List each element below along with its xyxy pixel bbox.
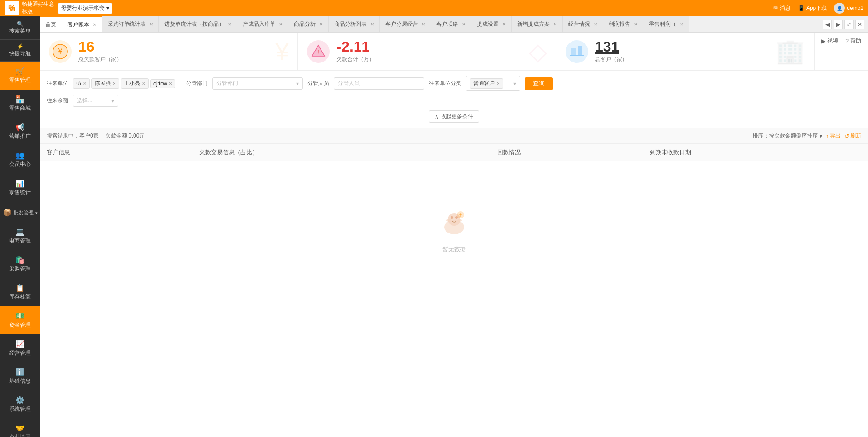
balance-selector[interactable]: 选择... ▾ (73, 95, 118, 107)
basic-info-icon: ℹ️ (15, 368, 24, 376)
tab-close-customer-account[interactable]: ✕ (93, 22, 96, 27)
unit-filter-more[interactable]: ... (177, 81, 182, 87)
department-selector[interactable]: 分管部门 ... ▾ (212, 77, 303, 90)
help-btn[interactable]: ? 帮助 (845, 37, 861, 45)
credit-amount-value-area: -2.11 欠款合计（万） (336, 39, 374, 63)
unit-tag-chenminqiang-close[interactable]: ✕ (112, 81, 116, 86)
tab-goods-analysis[interactable]: 商品分析 ✕ (288, 16, 329, 33)
sidebar-item-retail-mall[interactable]: 🏪 零售商城 (0, 90, 40, 118)
sort-selector[interactable]: 排序：按欠款金额倒序排序 ▾ (753, 132, 822, 140)
tab-close-new-promotion[interactable]: ✕ (553, 22, 557, 27)
tab-goods-analysis-list[interactable]: 商品分析列表 ✕ (329, 16, 380, 33)
app-download-btn[interactable]: 📱 App下载 (798, 5, 827, 12)
unit-tag-wangxiaoliang-close[interactable]: ✕ (142, 81, 145, 86)
quick-nav-icon: ⚡ (0, 43, 40, 50)
avatar: 👤 (834, 3, 845, 14)
sidebar-item-basic-info[interactable]: ℹ️ 基础信息 (0, 362, 40, 390)
sidebar-item-retail-mgmt[interactable]: 🛒 零售管理 (0, 62, 40, 90)
tab-close-product-inbound[interactable]: ✕ (279, 22, 283, 27)
tab-close-profit-report[interactable]: ✕ (634, 22, 638, 27)
svg-rect-6 (578, 46, 582, 55)
sidebar-item-system-mgmt[interactable]: ⚙️ 系统管理 (0, 390, 40, 418)
svg-point-12 (446, 219, 451, 222)
unit-type-selector[interactable]: 普通客户 ✕ ▾ (466, 76, 520, 91)
sidebar-item-enterprise-coop[interactable]: 🤝 企业协同 (0, 418, 40, 437)
tab-close-customer-contact[interactable]: ✕ (462, 22, 465, 27)
refresh-btn[interactable]: ↺ 刷新 (844, 132, 861, 140)
person-expand-icon: ... (416, 81, 420, 87)
person-placeholder: 分管人员 (338, 80, 360, 87)
tab-close-purchase[interactable]: ✕ (149, 22, 153, 27)
empty-state-row: 暂无数据 (40, 162, 868, 294)
tab-maximize-btn[interactable]: ⤢ (844, 20, 854, 29)
unit-tag-cjttcw-close[interactable]: ✕ (168, 81, 172, 86)
video-btn[interactable]: ▶ 视频 (821, 37, 838, 45)
collapse-row: ∧ 收起更多条件 (47, 110, 861, 123)
sidebar-item-inventory[interactable]: 📋 库存核算 (0, 278, 40, 306)
stat-block-credit-customers: ¥ 16 总欠款客户（家） ¥ (40, 33, 298, 70)
sidebar-item-ecommerce-mgmt[interactable]: 💻 电商管理 (0, 222, 40, 250)
result-bar: 搜索结果中，客户0家 欠款金额 0.00元 排序：按欠款金额倒序排序 ▾ ↑ 导… (40, 128, 868, 144)
query-btn[interactable]: 查询 (525, 77, 553, 90)
unit-tag-wu-close[interactable]: ✕ (83, 81, 86, 86)
sidebar-item-quick-nav[interactable]: ⚡ 快捷导航 (0, 40, 40, 62)
export-btn[interactable]: ↑ 导出 (826, 132, 841, 140)
tab-product-inbound[interactable]: 产成品入库单 ✕ (237, 16, 288, 33)
tab-close-goods-analysis[interactable]: ✕ (319, 22, 323, 27)
result-bar-right: 排序：按欠款金额倒序排序 ▾ ↑ 导出 ↺ 刷新 (753, 132, 861, 140)
tab-purchase-order-stats[interactable]: 采购订单统计表 ✕ (102, 16, 159, 33)
message-btn[interactable]: ✉ 消息 (773, 5, 791, 12)
collapse-btn[interactable]: ∧ 收起更多条件 (429, 110, 479, 123)
svg-text:!: ! (318, 49, 319, 56)
purchase-order-stats-label: 采购订单统计表 (108, 20, 146, 28)
tab-promotion-settings[interactable]: 提成设置 ✕ (471, 16, 512, 33)
credit-customers-svg: ¥ (52, 43, 68, 60)
tab-close-customer-segment[interactable]: ✕ (422, 22, 425, 27)
sidebar-item-search[interactable]: 🔍 搜索菜单 (0, 16, 40, 40)
user-avatar-btn[interactable]: 👤 demo2 (834, 3, 863, 14)
tab-customer-contact[interactable]: 客户联络 ✕ (431, 16, 471, 33)
tab-prev-btn[interactable]: ◀ (823, 20, 832, 29)
tab-close-goods-analysis-list[interactable]: ✕ (370, 22, 374, 27)
workspace-selector[interactable]: 母婴行业演示帐套 ▾ (58, 3, 112, 14)
sidebar-item-purchase-mgmt[interactable]: 🛍️ 采购管理 (0, 250, 40, 278)
logo-area: 畅 畅捷通好生意 标版 (5, 1, 54, 15)
tab-controls: ◀ ▶ ⤢ ✕ (819, 20, 868, 29)
sidebar-item-finance-mgmt[interactable]: 💵 资金管理 (0, 306, 40, 334)
empty-state-label: 暂无数据 (442, 245, 466, 253)
tab-home[interactable]: 首页 (40, 16, 62, 33)
credit-customers-icon-circle: ¥ (49, 40, 72, 63)
tab-next-btn[interactable]: ▶ (834, 20, 843, 29)
help-icon: ? (845, 38, 849, 44)
tab-retail-profit[interactable]: 零售利润（ ✕ (643, 16, 689, 33)
tab-inbound-stats[interactable]: 进货单统计表（按商品） ✕ (159, 16, 237, 33)
person-selector[interactable]: 分管人员 ... (334, 77, 424, 90)
unit-tag-wangxiaoliang: 王小亮 ✕ (121, 78, 149, 89)
unit-type-filter-label: 往来单位分类 (429, 80, 461, 87)
total-customers-label: 总客户（家） (595, 56, 628, 63)
marketing-icon: 📢 (15, 123, 24, 132)
empty-state-icon (436, 202, 472, 240)
sidebar-item-wholesale-mgmt[interactable]: 📦 批发管理 ▾ (0, 204, 40, 222)
sidebar-item-retail-stats[interactable]: 📊 零售统计 (0, 174, 40, 202)
tab-customer-account[interactable]: 客户账本 ✕ (62, 16, 102, 33)
department-expand-icon: ... (290, 81, 294, 87)
tab-new-promotion[interactable]: 新增提成方案 ✕ (512, 16, 563, 33)
tab-profit-report[interactable]: 利润报告 ✕ (603, 16, 643, 33)
tab-close-operation-status[interactable]: ✕ (594, 22, 597, 27)
operations-mgmt-icon: 📈 (15, 340, 24, 348)
customer-account-tab-label: 客户账本 (67, 21, 89, 28)
sidebar-item-operations-mgmt[interactable]: 📈 经营管理 (0, 334, 40, 362)
sidebar-item-marketing[interactable]: 📢 营销推广 (0, 118, 40, 146)
credit-amount-label: 欠款合计（万） (336, 56, 374, 63)
sidebar-item-member-center[interactable]: 👥 会员中心 (0, 146, 40, 174)
tab-customer-segment[interactable]: 客户分层经营 ✕ (380, 16, 431, 33)
unit-type-tag-normal-close[interactable]: ✕ (496, 81, 500, 86)
person-selector-icons: ... (416, 81, 420, 87)
tab-close-inbound[interactable]: ✕ (228, 22, 231, 27)
tab-close-all-btn[interactable]: ✕ (855, 20, 864, 29)
department-filter-label: 分管部门 (186, 80, 208, 87)
tab-close-promotion-settings[interactable]: ✕ (502, 22, 506, 27)
tab-close-retail-profit[interactable]: ✕ (680, 22, 683, 27)
tab-operation-status[interactable]: 经营情况 ✕ (563, 16, 603, 33)
